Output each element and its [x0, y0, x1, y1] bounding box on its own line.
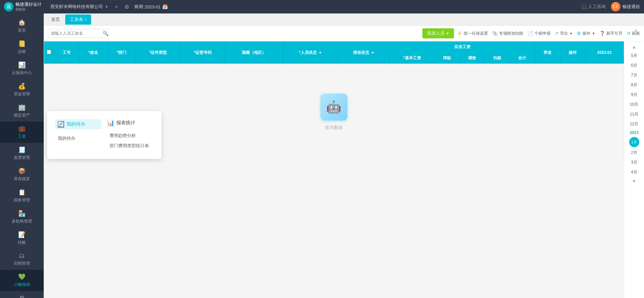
month-2[interactable]: 2月	[624, 148, 644, 158]
months-down-btn[interactable]: ▼	[631, 177, 638, 185]
ledger-icon: 📒	[18, 40, 26, 47]
sidebar-item-xiaochang[interactable]: 💚 小畅报销	[0, 270, 44, 291]
search-wrap: 🔍	[48, 29, 108, 38]
th-month: 2023.01	[585, 41, 623, 64]
sidebar-item-finance[interactable]: 💰 资金管理	[0, 79, 44, 100]
th-subsidy: 津贴	[434, 53, 460, 64]
xiaochang-icon: 💚	[18, 273, 26, 280]
sidebar-label-reports: 云报表中心	[12, 70, 32, 76]
logo-icon: 云	[4, 2, 13, 11]
popup-todo-title[interactable]: 🔄 我的待办	[55, 119, 102, 129]
tab-close-icon[interactable]: ×	[84, 18, 86, 22]
content-main: 工号 *姓名 *部门 *证件类型 *证照号码 国籍（地区） *人员状态 ▼ 报送…	[44, 41, 644, 298]
th-deduct: 扣款	[485, 53, 510, 64]
export-btn[interactable]: ↗ 导出 ▼	[555, 31, 573, 36]
tab-salary-label: 工资表	[70, 16, 83, 23]
send-filter-icon[interactable]: ▼	[371, 51, 375, 55]
th-salary-group: 应发工资	[390, 41, 535, 53]
inventory-icon: 📦	[18, 167, 26, 175]
sidebar-item-assets[interactable]: 🏢 固定资产	[0, 100, 44, 122]
month-10[interactable]: 10月	[624, 100, 644, 109]
empty-robot-icon: 🤖	[320, 94, 347, 121]
avatar: CE	[611, 2, 620, 11]
sidebar-item-ledger[interactable]: 📒 总账	[0, 37, 44, 58]
tab-home[interactable]: 首页	[46, 14, 65, 25]
sidebar-item-settlement[interactable]: 📝 结账	[0, 228, 44, 249]
sidebar-label-salary: 工资	[18, 134, 26, 139]
month-6[interactable]: 6月	[624, 61, 644, 70]
company-selector[interactable]: 西安虾米网络科技有限公司 ▼	[48, 2, 111, 11]
sidebar: 🏠 首页 📒 总账 📊 云报表中心 💰 资金管理 🏢 固定资产 💼 工资 🧾 发…	[0, 13, 44, 298]
social-security-label: 统一社保设置	[464, 31, 488, 36]
settings-gear-icon[interactable]: ⚙	[124, 4, 129, 10]
month-11[interactable]: 11月	[624, 109, 644, 119]
add-button[interactable]: ＋	[114, 3, 119, 10]
period-text: 账期	[135, 4, 143, 10]
tab-bar: 首页 工资表 × ×	[44, 13, 644, 26]
social-security-btn[interactable]: ⚡ 统一社保设置	[457, 31, 488, 36]
new-guide-btn[interactable]: ❓ 新手引导	[599, 31, 622, 36]
th-id-type: *证件类型	[136, 41, 181, 64]
th-id-number: *证照号码	[181, 41, 225, 64]
sidebar-item-multi[interactable]: 🏪 多机构管理	[0, 206, 44, 228]
basesettings-icon: ⚙	[19, 294, 25, 298]
months-up-btn[interactable]: ▲	[631, 43, 638, 51]
app-name-block: 畅捷通好会计 旗舰版	[15, 2, 42, 12]
sidebar-item-inventory[interactable]: 📦 库存核算	[0, 164, 44, 185]
app-sub: 旗舰版	[15, 7, 42, 12]
th-pension: 养老	[535, 41, 560, 64]
period-label: 账期 2023-01 📅	[135, 4, 168, 10]
special-deduction-btn[interactable]: 📎 专项附加扣除	[492, 31, 523, 36]
search-input[interactable]	[51, 31, 101, 36]
sidebar-label-inventory: 库存核算	[14, 176, 30, 182]
personal-tax-btn[interactable]: 📄 个税申报	[527, 31, 551, 36]
select-all-checkbox[interactable]	[47, 50, 51, 54]
user-info[interactable]: CE 畅捷通组	[611, 2, 640, 11]
table-wrap: 工号 *姓名 *部门 *证件类型 *证照号码 国籍（地区） *人员状态 ▼ 报送…	[44, 41, 624, 298]
operations-btn[interactable]: ⚙ 操作 ▼	[577, 31, 595, 36]
year-2023-label: 2023	[630, 129, 639, 136]
export-dropdown-icon: ▼	[569, 32, 573, 35]
sidebar-item-tax[interactable]: 📋 税务管理	[0, 185, 44, 206]
month-12[interactable]: 12月	[624, 119, 644, 129]
invoice-icon: 🧾	[18, 146, 26, 154]
chevron-down-icon: ▼	[105, 5, 108, 9]
popup-trend-item[interactable]: 费用趋势分析	[107, 131, 153, 141]
reports-section-label: 报表统计	[116, 120, 135, 126]
th-name: *姓名	[79, 41, 107, 64]
reports-section-icon: 📊	[107, 119, 114, 127]
add-person-button[interactable]: 添加人员 ▼	[422, 28, 454, 38]
sidebar-label-settlement: 结账	[18, 240, 26, 245]
multi-icon: 🏪	[18, 210, 26, 217]
sidebar-label-assets: 固定资产	[14, 112, 30, 118]
sidebar-item-invoice[interactable]: 🧾 发票管理	[0, 143, 44, 164]
calendar-icon[interactable]: 📅	[162, 4, 168, 9]
add-person-dropdown-icon: ▼	[446, 32, 449, 35]
add-person-label: 添加人员	[427, 30, 445, 36]
month-3[interactable]: 3月	[624, 158, 644, 167]
todo-section-icon: 🔄	[57, 121, 65, 128]
month-4[interactable]: 4月	[624, 167, 644, 177]
month-5[interactable]: 5月	[624, 51, 644, 61]
refresh-btn[interactable]: ↺ 刷新	[627, 31, 640, 36]
month-1-active[interactable]: 1月	[629, 137, 639, 147]
operations-icon: ⚙	[577, 31, 581, 36]
th-emp-id: 工号	[54, 41, 79, 64]
popup-reports-title[interactable]: 📊 报表统计	[107, 119, 153, 127]
sidebar-item-home[interactable]: 🏠 首页	[0, 15, 44, 37]
sidebar-item-basesettings[interactable]: ⚙ 基础设置	[0, 291, 44, 298]
popup-todo-item[interactable]: 我的待办	[55, 133, 102, 143]
status-filter-icon[interactable]: ▼	[318, 51, 322, 55]
customer-service[interactable]: 🎧 人工咨询	[581, 4, 606, 10]
sidebar-item-reports[interactable]: 📊 云报表中心	[0, 58, 44, 79]
sidebar-item-archive[interactable]: 🗂 归档管理	[0, 249, 44, 270]
tab-salary[interactable]: 工资表 ×	[65, 14, 91, 25]
month-8[interactable]: 8月	[624, 80, 644, 90]
popup-dept-item[interactable]: 部门费用类型统计表	[107, 141, 153, 151]
month-7[interactable]: 7月	[624, 70, 644, 80]
archive-icon: 🗂	[19, 252, 25, 259]
month-9[interactable]: 9月	[624, 90, 644, 100]
top-header: 云 畅捷通好会计 旗舰版 西安虾米网络科技有限公司 ▼ ＋ ⚙ 账期 2023-…	[0, 0, 644, 13]
main-close-button[interactable]: ×	[634, 28, 637, 34]
sidebar-item-salary[interactable]: 💼 工资	[0, 122, 44, 143]
